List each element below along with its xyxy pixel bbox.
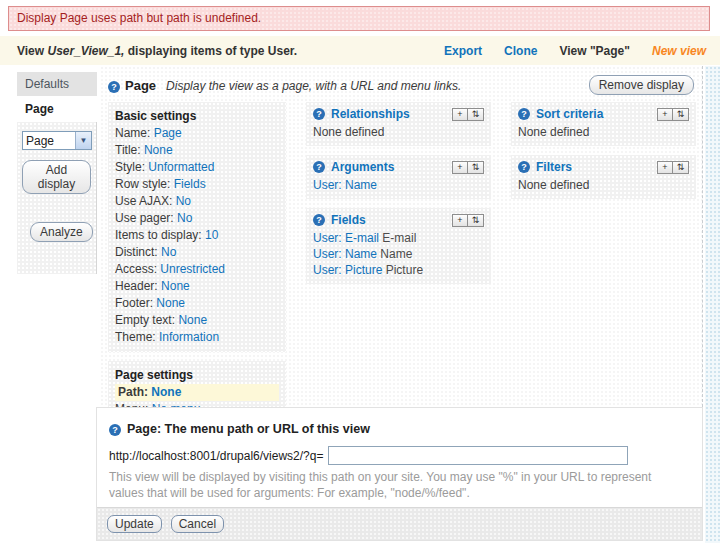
- setting-style: Style: Unformatted: [115, 159, 279, 176]
- setting-title-value[interactable]: None: [144, 143, 173, 157]
- add-icon[interactable]: +: [452, 161, 468, 174]
- relationships-empty: None defined: [313, 124, 484, 140]
- arguments-box: ? Arguments + ⇅ User: Name: [306, 155, 491, 199]
- setting-items-to-display-value[interactable]: 10: [205, 228, 218, 242]
- chevron-down-icon: ▼: [75, 132, 91, 149]
- remove-display-button[interactable]: Remove display: [589, 75, 694, 95]
- display-type-select-value: Page: [23, 134, 75, 148]
- view-summary: View User_View_1, displaying items of ty…: [17, 44, 297, 58]
- help-icon: ?: [313, 161, 325, 173]
- help-icon: ?: [109, 424, 121, 436]
- rearrange-icon[interactable]: ⇅: [673, 161, 689, 174]
- setting-distinct-value[interactable]: No: [161, 245, 176, 259]
- setting-items-to-display: Items to display: 10: [115, 227, 279, 244]
- add-icon[interactable]: +: [452, 214, 468, 227]
- error-message: Display Page uses path but path is undef…: [8, 6, 710, 31]
- help-icon: ?: [313, 214, 325, 226]
- form-actions: Update Cancel: [97, 507, 702, 540]
- setting-name: Name: Page: [115, 125, 279, 142]
- help-icon: ?: [313, 108, 325, 120]
- relationships-title[interactable]: Relationships: [331, 107, 410, 121]
- setting-title: Title: None: [115, 142, 279, 159]
- filters-actions: + ⇅: [657, 161, 689, 174]
- add-icon[interactable]: +: [657, 161, 673, 174]
- setting-header-value[interactable]: None: [161, 279, 190, 293]
- setting-style-value[interactable]: Unformatted: [148, 160, 214, 174]
- sort-criteria-actions: + ⇅: [657, 108, 689, 121]
- analyze-button[interactable]: Analyze: [30, 222, 93, 242]
- fields-header: ? Fields + ⇅: [313, 213, 484, 227]
- field-picture-label: Picture: [386, 263, 423, 277]
- field-email-link[interactable]: User: E-mail: [313, 231, 379, 245]
- field-name-link[interactable]: User: Name: [313, 247, 377, 261]
- rearrange-icon[interactable]: ⇅: [673, 108, 689, 121]
- rearrange-icon[interactable]: ⇅: [468, 161, 484, 174]
- path-input[interactable]: [328, 446, 628, 465]
- cancel-button[interactable]: Cancel: [171, 515, 224, 533]
- setting-header: Header: None: [115, 278, 279, 295]
- column-right: ? Sort criteria + ⇅ None defined ? Filte…: [511, 102, 696, 433]
- error-message-text: Display Page uses path but path is undef…: [17, 11, 261, 25]
- setting-path-value[interactable]: None: [151, 385, 181, 399]
- page-settings-title: Page settings: [115, 366, 279, 384]
- add-icon[interactable]: +: [657, 108, 673, 121]
- setting-use-ajax: Use AJAX: No: [115, 193, 279, 210]
- rearrange-icon[interactable]: ⇅: [468, 108, 484, 121]
- add-display-button[interactable]: Add display: [22, 160, 91, 194]
- update-button[interactable]: Update: [107, 515, 162, 533]
- field-picture-link[interactable]: User: Picture: [313, 263, 382, 277]
- setting-access-value[interactable]: Unrestricted: [160, 262, 225, 276]
- view-label: View: [17, 44, 44, 58]
- path-form-title: Page: The menu path or URL of this view: [127, 422, 370, 436]
- rearrange-icon[interactable]: ⇅: [468, 214, 484, 227]
- basic-settings-title: Basic settings: [115, 107, 279, 125]
- setting-distinct: Distinct: No: [115, 244, 279, 261]
- setting-use-ajax-value[interactable]: No: [176, 194, 191, 208]
- view-page-link[interactable]: View "Page": [559, 44, 630, 58]
- help-icon: ?: [518, 161, 530, 173]
- argument-user-name-link[interactable]: User: Name: [313, 178, 377, 192]
- relationships-header: ? Relationships + ⇅: [313, 107, 484, 121]
- export-link[interactable]: Export: [444, 44, 482, 58]
- setting-use-pager: Use pager: No: [115, 210, 279, 227]
- sidebar-controls: Page ▼ Add display Analyze: [17, 122, 97, 274]
- arguments-title[interactable]: Arguments: [331, 160, 394, 174]
- setting-theme-value[interactable]: Information: [159, 330, 219, 344]
- tab-defaults[interactable]: Defaults: [17, 72, 97, 96]
- filters-title[interactable]: Filters: [536, 160, 572, 174]
- setting-name-value[interactable]: Page: [154, 126, 182, 140]
- display-tabs-sidebar: Defaults Page Page ▼ Add display Analyze: [17, 72, 97, 274]
- clone-link[interactable]: Clone: [504, 44, 537, 58]
- display-settings-panel: ?PageDisplay the view as a page, with a …: [100, 66, 703, 407]
- view-name: User_View_1,: [47, 44, 124, 58]
- help-icon: ?: [108, 81, 120, 93]
- tab-page[interactable]: Page: [17, 96, 97, 122]
- display-description: Display the view as a page, with a URL a…: [166, 79, 461, 93]
- sort-criteria-header: ? Sort criteria + ⇅: [518, 107, 689, 121]
- field-item-name: User: Name Name: [313, 246, 484, 262]
- setting-access: Access: Unrestricted: [115, 261, 279, 278]
- sort-criteria-title[interactable]: Sort criteria: [536, 107, 603, 121]
- relationships-actions: + ⇅: [452, 108, 484, 121]
- arguments-header: ? Arguments + ⇅: [313, 160, 484, 174]
- sort-criteria-box: ? Sort criteria + ⇅ None defined: [511, 102, 696, 146]
- setting-row-style: Row style: Fields: [115, 176, 279, 193]
- field-email-label: E-mail: [382, 231, 416, 245]
- help-icon: ?: [518, 108, 530, 120]
- arguments-actions: + ⇅: [452, 161, 484, 174]
- setting-empty-text-value[interactable]: None: [178, 313, 207, 327]
- fields-actions: + ⇅: [452, 214, 484, 227]
- right-edge-strip: [705, 66, 720, 543]
- setting-theme: Theme: Information: [115, 329, 279, 346]
- view-info-bar: View User_View_1, displaying items of ty…: [0, 36, 720, 65]
- setting-use-pager-value[interactable]: No: [177, 211, 192, 225]
- setting-row-style-value[interactable]: Fields: [174, 177, 206, 191]
- new-view-link[interactable]: New view: [652, 44, 706, 58]
- path-edit-form: ?Page: The menu path or URL of this view…: [96, 407, 703, 541]
- path-form-header: ?Page: The menu path or URL of this view: [97, 408, 702, 436]
- display-type-select[interactable]: Page ▼: [22, 131, 92, 150]
- setting-footer-value[interactable]: None: [156, 296, 185, 310]
- add-icon[interactable]: +: [452, 108, 468, 121]
- path-help-text: This view will be displayed by visiting …: [97, 465, 702, 501]
- fields-title[interactable]: Fields: [331, 213, 366, 227]
